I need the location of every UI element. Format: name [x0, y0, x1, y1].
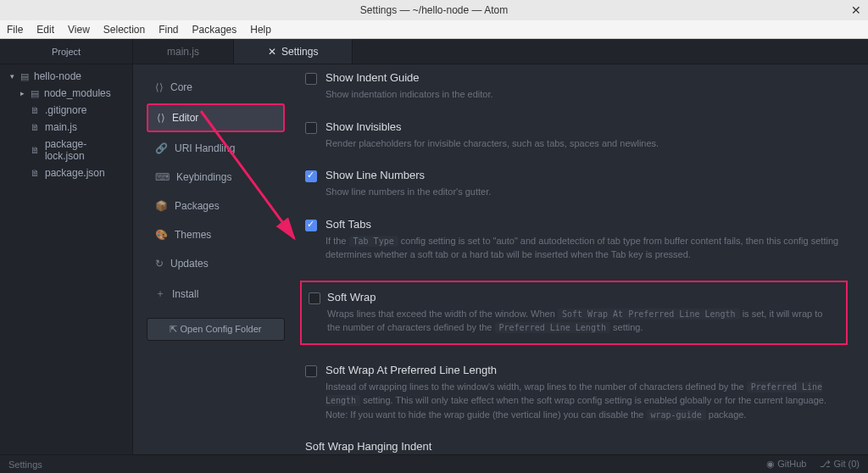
settings-nav: ⟨⟩Core ⟨⟩Editor 🔗URI Handling ⌨Keybindin… [133, 64, 298, 454]
file-icon: 🗎 [31, 145, 40, 155]
project-tree: Project ▾ ▤ hello-node ▸ ▤ node_modules … [0, 39, 133, 454]
tab-settings[interactable]: ✕ Settings [234, 39, 353, 64]
window-close-icon[interactable]: ✕ [851, 3, 861, 17]
menu-find[interactable]: Find [159, 24, 178, 36]
checkbox[interactable] [305, 220, 317, 231]
file-icon: 🗎 [31, 168, 40, 178]
nav-packages[interactable]: 📦Packages [147, 193, 285, 219]
setting-soft-wrap-at-preferred-line-length: Soft Wrap At Preferred Line Length Inste… [305, 364, 848, 422]
folder-icon: ▤ [31, 88, 39, 99]
checkbox[interactable] [305, 365, 317, 377]
setting-soft-wrap-hanging-indent: Soft Wrap Hanging Indent When soft wrap … [305, 440, 848, 454]
plus-icon: ＋ [155, 287, 165, 301]
folder-icon: ▤ [20, 71, 29, 82]
menu-selection[interactable]: Selection [103, 24, 145, 36]
file-icon: 🗎 [31, 122, 40, 132]
keyboard-icon: ⌨ [155, 171, 170, 183]
package-icon: 📦 [155, 200, 168, 212]
code-icon: ⟨⟩ [157, 112, 165, 124]
tree-item[interactable]: ▸ ▤ node_modules [0, 85, 132, 102]
tab-main-js[interactable]: main.js [133, 39, 234, 64]
chevron-right-icon: ▸ [20, 89, 27, 97]
menu-packages[interactable]: Packages [192, 24, 237, 36]
checkbox[interactable] [305, 170, 317, 182]
paint-icon: 🎨 [155, 229, 168, 241]
window-title: Settings — ~/hello-node — Atom [360, 4, 508, 16]
nav-keybindings[interactable]: ⌨Keybindings [147, 164, 285, 190]
nav-uri-handling[interactable]: 🔗URI Handling [147, 136, 285, 161]
titlebar: Settings — ~/hello-node — Atom ✕ [0, 0, 868, 20]
nav-themes[interactable]: 🎨Themes [147, 222, 285, 248]
tree-item[interactable]: 🗎 package-lock.json [0, 136, 132, 164]
setting-show-indent-guide: Show Indent Guide Show indentation indic… [305, 71, 848, 102]
code-icon: ⟨⟩ [155, 81, 164, 93]
chevron-down-icon: ▾ [10, 72, 17, 81]
setting-soft-tabs: Soft Tabs If the Tab Type config setting… [305, 218, 848, 262]
menu-view[interactable]: View [68, 24, 90, 36]
settings-icon: ✕ [268, 46, 276, 58]
status-left: Settings [8, 459, 42, 470]
menu-edit[interactable]: Edit [36, 24, 54, 36]
checkbox[interactable] [305, 122, 317, 134]
checkbox[interactable] [305, 73, 317, 85]
checkbox[interactable] [309, 292, 320, 304]
nav-editor[interactable]: ⟨⟩Editor [147, 103, 285, 132]
refresh-icon: ↻ [155, 258, 164, 270]
menu-file[interactable]: File [7, 24, 23, 36]
tree-item[interactable]: 🗎 .gitignore [0, 102, 132, 119]
git-branch-icon: ⎇ [820, 459, 833, 469]
tree-root[interactable]: ▾ ▤ hello-node [0, 68, 132, 85]
status-git[interactable]: ⎇ Git (0) [820, 459, 860, 470]
setting-show-invisibles: Show Invisibles Render placeholders for … [305, 120, 848, 151]
link-icon: 🔗 [155, 142, 168, 154]
menu-help[interactable]: Help [250, 24, 271, 36]
tree-item[interactable]: 🗎 package.json [0, 164, 132, 181]
tab-bar: main.js ✕ Settings [133, 39, 868, 64]
nav-install[interactable]: ＋Install [147, 280, 285, 308]
nav-updates[interactable]: ↻Updates [147, 251, 285, 276]
status-github[interactable]: ◉ GitHub [766, 459, 806, 470]
statusbar: Settings ◉ GitHub ⎇ Git (0) [0, 454, 868, 473]
nav-core[interactable]: ⟨⟩Core [147, 75, 285, 100]
setting-show-line-numbers: Show Line Numbers Show line numbers in t… [305, 169, 848, 199]
settings-content[interactable]: Show Indent Guide Show indentation indic… [298, 64, 868, 454]
setting-soft-wrap: Soft Wrap Wraps lines that exceed the wi… [300, 281, 848, 345]
open-config-folder-button[interactable]: ⇱ Open Config Folder [147, 318, 285, 341]
menubar: File Edit View Selection Find Packages H… [0, 20, 868, 39]
tree-item[interactable]: 🗎 main.js [0, 119, 132, 136]
project-header: Project [0, 39, 132, 64]
github-icon: ◉ [766, 459, 777, 469]
file-icon: 🗎 [31, 105, 40, 115]
